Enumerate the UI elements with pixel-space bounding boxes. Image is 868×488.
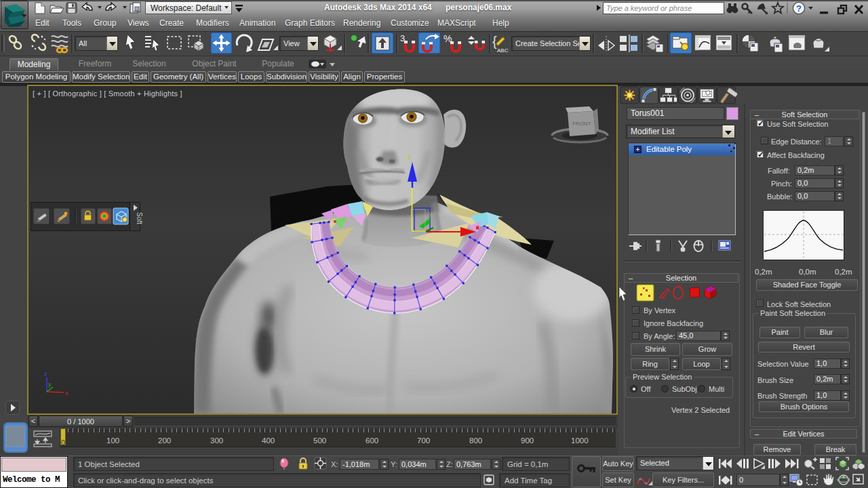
svg-text:FRONT: FRONT <box>572 121 591 127</box>
svg-text:x: x <box>65 390 68 396</box>
svg-text:y: y <box>48 381 52 388</box>
svg-text:{: { <box>492 34 497 49</box>
svg-text:x: x <box>476 224 479 231</box>
svg-text:z: z <box>44 371 47 378</box>
svg-text:y: y <box>429 210 432 218</box>
svg-text:Soft: Soft <box>136 212 143 224</box>
svg-text:z: z <box>408 153 411 161</box>
svg-text:ABC: ABC <box>497 47 509 54</box>
svg-text:?: ? <box>796 3 802 14</box>
